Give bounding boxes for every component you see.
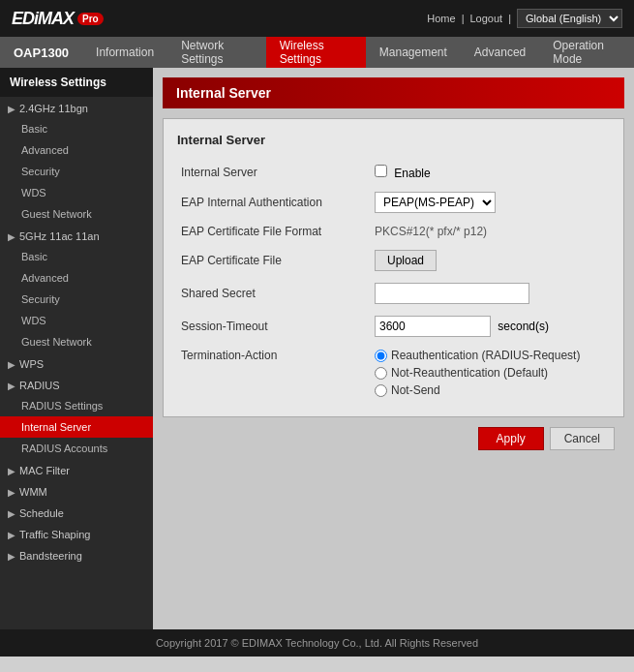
sidebar-sub-wds-24[interactable]: WDS	[0, 182, 153, 203]
sidebar-group-header-radius[interactable]: ▶ RADIUS	[0, 374, 153, 395]
shared-secret-input[interactable]	[375, 283, 529, 304]
row-session-timeout: Session-Timeout second(s)	[177, 310, 610, 343]
top-links: Home | Logout | Global (English)	[427, 9, 622, 28]
content-box-title: Internal Server	[177, 133, 610, 147]
sidebar-sub-basic-24[interactable]: Basic	[0, 118, 153, 139]
brand-name: EDiMAX	[12, 9, 74, 29]
main-layout: Wireless Settings ▶ 2.4GHz 11bgn Basic A…	[0, 68, 634, 629]
radio-reauthentication[interactable]	[375, 350, 387, 362]
arrow-icon-radius: ▶	[8, 381, 15, 391]
home-link[interactable]: Home	[427, 13, 455, 24]
radio-not-reauthentication[interactable]	[375, 367, 387, 380]
row-termination-action: Termination-Action Reauthentication (RAD…	[177, 343, 610, 403]
label-cert-format: EAP Certificate File Format	[177, 219, 371, 244]
footer-text: Copyright 2017 © EDIMAX Technology Co., …	[156, 637, 478, 649]
top-bar: EDiMAX Pro Home | Logout | Global (Engli…	[0, 0, 634, 37]
sidebar-group-wps: ▶ WPS	[0, 352, 153, 374]
arrow-icon-2.4ghz: ▶	[8, 104, 15, 114]
cancel-button[interactable]: Cancel	[550, 427, 615, 450]
cert-format-value: PKCS#12(* pfx/* p12)	[375, 225, 487, 238]
apply-button[interactable]: Apply	[478, 427, 544, 450]
sidebar-sub-internal-server[interactable]: Internal Server	[0, 416, 153, 438]
row-cert-file: EAP Certificate File Upload	[177, 244, 610, 277]
sidebar-sub-guest-24[interactable]: Guest Network	[0, 203, 153, 225]
radio-not-send[interactable]	[375, 384, 387, 397]
footer: Copyright 2017 © EDIMAX Technology Co., …	[0, 629, 634, 657]
sidebar-group-label-wps: WPS	[19, 358, 44, 370]
sidebar-group-wmm: ▶ WMM	[0, 480, 153, 502]
action-bar: Apply Cancel	[163, 417, 624, 450]
radio-not-reauthentication-text: Not-Reauthentication (Default)	[391, 366, 548, 380]
arrow-icon-wps: ▶	[8, 359, 15, 370]
brand-pro: Pro	[77, 13, 104, 25]
enable-label: Enable	[394, 167, 430, 180]
sidebar-sub-wds-5[interactable]: WDS	[0, 310, 153, 331]
sidebar-sub-basic-5[interactable]: Basic	[0, 246, 153, 267]
sidebar-group-label-5ghz: 5GHz 11ac 11an	[19, 230, 100, 242]
content-area: Internal Server Internal Server Internal…	[153, 68, 634, 629]
language-select[interactable]: Global (English)	[517, 9, 622, 28]
sidebar-sub-security-5[interactable]: Security	[0, 289, 153, 310]
sidebar-group-schedule: ▶ Schedule	[0, 502, 153, 523]
sidebar-group-header-5ghz[interactable]: ▶ 5GHz 11ac 11an	[0, 225, 153, 246]
session-timeout-input[interactable]	[375, 316, 491, 337]
logout-link[interactable]: Logout	[469, 13, 502, 24]
sidebar-group-traffic-shaping: ▶ Traffic Shaping	[0, 523, 153, 544]
sidebar-group-header-2.4ghz[interactable]: ▶ 2.4GHz 11bgn	[0, 97, 153, 118]
sidebar-group-label-bandsteering: Bandsteering	[19, 550, 82, 562]
sidebar-group-mac-filter: ▶ MAC Filter	[0, 459, 153, 480]
sidebar-sub-radius-accounts[interactable]: RADIUS Accounts	[0, 438, 153, 459]
nav-network-settings[interactable]: Network Settings	[167, 37, 266, 68]
sidebar-group-header-wmm[interactable]: ▶ WMM	[0, 480, 153, 502]
content-box: Internal Server Internal Server Enable E…	[163, 118, 624, 417]
sidebar-group-radius: ▶ RADIUS RADIUS Settings Internal Server…	[0, 374, 153, 459]
row-eap-auth: EAP Internal Authentication PEAP(MS-PEAP…	[177, 186, 610, 219]
eap-auth-select[interactable]: PEAP(MS-PEAP) TTLS TLS	[375, 192, 496, 213]
radio-reauthentication-text: Reauthentication (RADIUS-Request)	[391, 349, 580, 362]
row-internal-server: Internal Server Enable	[177, 159, 610, 186]
sidebar-group-header-traffic-shaping[interactable]: ▶ Traffic Shaping	[0, 523, 153, 544]
sidebar-sub-guest-5[interactable]: Guest Network	[0, 331, 153, 352]
logo: EDiMAX Pro	[12, 9, 104, 29]
sidebar-sub-advanced-24[interactable]: Advanced	[0, 139, 153, 161]
form-table: Internal Server Enable EAP Internal Auth…	[177, 159, 610, 403]
radio-not-reauthentication-label[interactable]: Not-Reauthentication (Default)	[375, 366, 606, 380]
nav-advanced[interactable]: Advanced	[461, 37, 539, 68]
radio-reauthentication-label[interactable]: Reauthentication (RADIUS-Request)	[375, 349, 606, 362]
sidebar-group-label-wmm: WMM	[19, 486, 47, 498]
nav-management[interactable]: Management	[366, 37, 461, 68]
sidebar-group-bandsteering: ▶ Bandsteering	[0, 544, 153, 565]
sidebar-sub-advanced-5[interactable]: Advanced	[0, 267, 153, 289]
arrow-icon-mac-filter: ▶	[8, 466, 15, 476]
sidebar-group-header-mac-filter[interactable]: ▶ MAC Filter	[0, 459, 153, 480]
arrow-icon-wmm: ▶	[8, 487, 15, 498]
model-label: OAP1300	[0, 46, 82, 60]
internal-server-checkbox[interactable]	[375, 165, 387, 177]
separator1: |	[462, 13, 465, 24]
sidebar-sub-radius-settings[interactable]: RADIUS Settings	[0, 395, 153, 416]
session-timeout-unit: second(s)	[498, 320, 549, 333]
label-cert-file: EAP Certificate File	[177, 244, 371, 277]
nav-operation-mode[interactable]: Operation Mode	[539, 37, 634, 68]
label-internal-server: Internal Server	[177, 159, 371, 186]
sidebar-group-5ghz: ▶ 5GHz 11ac 11an Basic Advanced Security…	[0, 225, 153, 352]
separator2: |	[508, 13, 511, 24]
row-cert-format: EAP Certificate File Format PKCS#12(* pf…	[177, 219, 610, 244]
sidebar-sub-security-24[interactable]: Security	[0, 161, 153, 182]
arrow-icon-5ghz: ▶	[8, 231, 15, 242]
arrow-icon-traffic-shaping: ▶	[8, 530, 15, 540]
content-header: Internal Server	[163, 77, 624, 108]
arrow-icon-bandsteering: ▶	[8, 551, 15, 562]
sidebar: Wireless Settings ▶ 2.4GHz 11bgn Basic A…	[0, 68, 153, 629]
radio-not-send-label[interactable]: Not-Send	[375, 383, 606, 397]
sidebar-group-header-schedule[interactable]: ▶ Schedule	[0, 502, 153, 523]
sidebar-group-header-wps[interactable]: ▶ WPS	[0, 352, 153, 374]
sidebar-group-label-schedule: Schedule	[19, 507, 64, 519]
sidebar-group-label-mac-filter: MAC Filter	[19, 465, 70, 476]
sidebar-group-header-bandsteering[interactable]: ▶ Bandsteering	[0, 544, 153, 565]
sidebar-title: Wireless Settings	[0, 68, 153, 97]
nav-information[interactable]: Information	[82, 37, 167, 68]
upload-button[interactable]: Upload	[375, 250, 437, 271]
nav-wireless-settings[interactable]: Wireless Settings	[266, 37, 366, 68]
sidebar-group-label-traffic-shaping: Traffic Shaping	[19, 529, 90, 540]
